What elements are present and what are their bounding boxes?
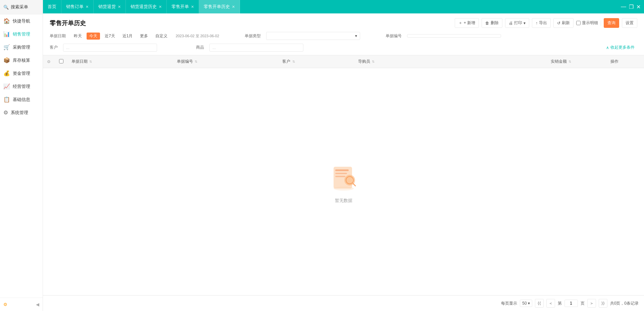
sidebar-item-basic-info[interactable]: 📋 基础信息 <box>0 93 43 106</box>
tab-retail-open-history[interactable]: 零售开单历史 ✕ <box>199 0 240 13</box>
home-icon: 🏠 <box>3 18 10 24</box>
sidebar-item-sales-mgmt[interactable]: 📊 销售管理 <box>0 28 43 41</box>
date-btn-last-month[interactable]: 近1月 <box>120 33 136 40</box>
collapse-icon[interactable]: ◀ <box>36 302 39 307</box>
page-number-input[interactable] <box>564 300 578 307</box>
sidebar-item-label: 基础信息 <box>13 97 30 103</box>
th-doc-date-label: 单据日期 <box>71 59 88 64</box>
close-window-icon[interactable]: ✕ <box>636 4 641 10</box>
chevron-down-icon: ▾ <box>355 34 357 38</box>
sidebar: 🔍 搜索采单 🏠 快捷导航 📊 销售管理 🛒 采购管理 📦 库存核算 💰 资金管… <box>0 0 43 311</box>
doc-no-label: 单据编号 <box>386 33 402 39</box>
product-placeholder: ... <box>212 45 216 50</box>
customer-placeholder: ... <box>66 45 69 50</box>
refresh-button[interactable]: ↺ 刷新 <box>553 18 574 28</box>
date-btn-custom[interactable]: 自定义 <box>153 33 170 40</box>
sort-icon[interactable]: ⇅ <box>89 60 92 63</box>
date-range-text: 2023-06-02 至 2023-06-02 <box>176 34 219 39</box>
svg-line-7 <box>353 184 355 186</box>
settings-label: 设置 <box>626 20 634 26</box>
page-size-select[interactable]: 50 ▾ <box>520 300 532 307</box>
prev-page-button[interactable]: ＜ <box>546 299 555 308</box>
per-page-value: 50 <box>522 301 527 306</box>
sort-icon[interactable]: ⇅ <box>195 60 197 63</box>
sidebar-item-label: 快捷导航 <box>13 18 30 24</box>
close-icon[interactable]: ✕ <box>191 5 194 9</box>
chart-icon: 📊 <box>3 31 10 37</box>
sidebar-item-sys-mgmt[interactable]: ⚙ 系统管理 <box>0 106 43 119</box>
select-all-checkbox[interactable] <box>59 59 63 63</box>
doc-type-label: 单据类型 <box>245 33 261 39</box>
date-btn-more[interactable]: 更多 <box>137 33 151 40</box>
sort-icon[interactable]: ⇅ <box>568 60 571 63</box>
total-label: 共0页，0条记录 <box>610 301 639 306</box>
last-page-button[interactable]: ⟩⟩ <box>599 299 607 308</box>
content-header: 零售开单历史 ＋ + 新增 🗑 删除 🖨 打印 ▾ ↑ 导出 <box>43 13 644 55</box>
chevron-down-icon: ▾ <box>528 301 530 306</box>
sidebar-item-label: 采购管理 <box>13 44 30 50</box>
close-icon[interactable]: ✕ <box>232 5 235 9</box>
settings-button[interactable]: 设置 <box>622 18 637 28</box>
doc-type-select[interactable]: ▾ <box>266 32 360 40</box>
page-suffix: 页 <box>581 301 585 306</box>
sidebar-item-label: 资金管理 <box>13 70 30 76</box>
add-label: + 新增 <box>464 20 475 26</box>
date-btn-yesterday[interactable]: 昨天 <box>71 33 85 40</box>
export-label: 导出 <box>539 20 547 26</box>
sort-icon[interactable]: ⇅ <box>292 60 295 63</box>
query-button[interactable]: 查询 <box>604 18 619 28</box>
doc-no-input[interactable] <box>407 34 501 38</box>
main-area: 首页 销售订单 ✕ 销货退货 ✕ 销货退货历史 ✕ 零售开单 ✕ 零售开单历史 … <box>43 0 644 311</box>
sidebar-item-operations[interactable]: 📈 经营管理 <box>0 80 43 93</box>
table-settings-icon[interactable]: ⚙ <box>47 59 51 64</box>
th-amount: 实销金额 ⇅ <box>445 55 585 68</box>
delete-button[interactable]: 🗑 删除 <box>482 18 502 28</box>
print-button[interactable]: 🖨 打印 ▾ <box>505 18 529 28</box>
add-button[interactable]: ＋ + 新增 <box>455 18 479 28</box>
tab-sales-return[interactable]: 销货退货 ✕ <box>94 0 126 13</box>
delete-label: 删除 <box>491 20 499 26</box>
empty-illustration <box>327 160 360 194</box>
per-page-label: 每页显示 <box>501 301 517 306</box>
date-options: 昨天 今天 近7天 近1月 更多 自定义 <box>71 33 170 40</box>
clipboard-icon: 📋 <box>3 96 10 103</box>
empty-text: 暂无数据 <box>335 198 352 204</box>
settings-icon[interactable]: ⚙ <box>3 302 7 307</box>
close-icon[interactable]: ✕ <box>159 5 162 9</box>
box-icon: 📦 <box>3 57 10 63</box>
next-page-button[interactable]: ＞ <box>587 299 596 308</box>
add-icon: ＋ <box>458 20 462 26</box>
date-label: 单据日期 <box>50 33 66 39</box>
window-controls: — ❐ ✕ <box>621 4 644 10</box>
sidebar-footer: ⚙ ◀ <box>0 298 43 311</box>
date-btn-last7[interactable]: 近7天 <box>102 33 118 40</box>
sidebar-search[interactable]: 🔍 搜索采单 <box>0 0 43 14</box>
tab-home[interactable]: 首页 <box>43 0 61 13</box>
print-label: 打印 <box>514 20 522 26</box>
export-button[interactable]: ↑ 导出 <box>532 18 551 28</box>
tab-sales-order[interactable]: 销售订单 ✕ <box>61 0 94 13</box>
sidebar-item-finance[interactable]: 💰 资金管理 <box>0 67 43 80</box>
close-icon[interactable]: ✕ <box>86 5 89 9</box>
restore-icon[interactable]: ❐ <box>629 4 634 10</box>
product-label: 商品 <box>196 45 204 50</box>
first-page-button[interactable]: ⟨⟨ <box>535 299 544 308</box>
sidebar-item-quick-nav[interactable]: 🏠 快捷导航 <box>0 14 43 28</box>
svg-rect-3 <box>335 173 347 174</box>
sidebar-item-purchase-mgmt[interactable]: 🛒 采购管理 <box>0 41 43 54</box>
refresh-icon: ↺ <box>557 21 560 25</box>
sidebar-search-label: 搜索采单 <box>11 4 28 10</box>
minimize-icon[interactable]: — <box>621 4 626 10</box>
close-icon[interactable]: ✕ <box>118 5 121 9</box>
tab-sales-return-history[interactable]: 销货退货历史 ✕ <box>126 0 167 13</box>
sort-icon[interactable]: ⇅ <box>372 60 375 63</box>
sidebar-item-inventory[interactable]: 📦 库存核算 <box>0 54 43 67</box>
tab-retail-open[interactable]: 零售开单 ✕ <box>167 0 199 13</box>
display-detail-checkbox-wrapper[interactable]: 显示明细 <box>576 20 598 26</box>
tab-retail-open-history-label: 零售开单历史 <box>204 4 230 10</box>
product-input[interactable]: ... <box>209 44 303 52</box>
customer-input[interactable]: ... <box>63 44 157 52</box>
date-btn-today[interactable]: 今天 <box>87 33 100 40</box>
collapse-button[interactable]: ∧ 收起更多条件 <box>603 43 637 52</box>
display-detail-checkbox[interactable] <box>576 21 581 25</box>
